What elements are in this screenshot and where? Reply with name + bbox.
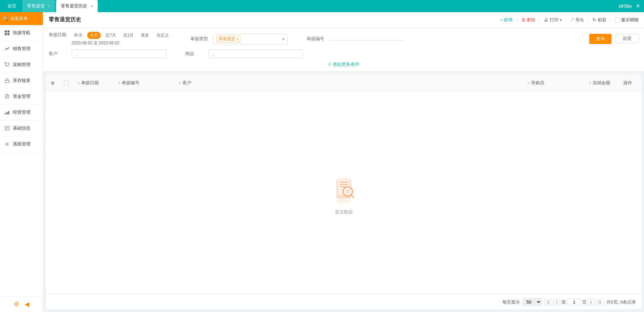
date-custom[interactable]: 自定义 (154, 32, 171, 39)
collapse-button[interactable]: ∧ 收起更多条件 (328, 61, 359, 67)
operations-icon (4, 109, 10, 115)
system-label: 系统管理 (13, 141, 30, 147)
empty-text: 暂无数据 (335, 209, 353, 215)
type-label: 单据类型 (190, 36, 211, 42)
settings-bottom-icon[interactable]: ⚙ (14, 300, 19, 308)
type-tag: 零售退货 × (216, 36, 241, 43)
basic-info-label: 基础信息 (13, 125, 30, 131)
date-1month[interactable]: 近1月 (121, 32, 137, 39)
setting-button[interactable]: 设置 (616, 34, 639, 43)
sidebar-item-basic-info[interactable]: 基础信息 (0, 120, 43, 136)
per-page-select[interactable]: 50 20 100 (523, 298, 542, 306)
type-tag-close[interactable]: × (236, 37, 238, 41)
quick-nav-icon (4, 30, 10, 36)
sidebar-item-finance[interactable]: 资金管理 (0, 89, 43, 105)
tab-retail-return-history-close[interactable]: × (91, 4, 93, 8)
date-range: 2023-06-02 至 2023-06-02 (72, 40, 171, 46)
date-7days[interactable]: 近7天 (103, 32, 119, 39)
page-title: 零售退货历史 (49, 16, 81, 23)
first-page-button[interactable]: ⟨⟨ (544, 299, 552, 306)
window-close-button[interactable]: × (635, 3, 641, 9)
settings-gear-icon[interactable]: ⚙ (51, 81, 55, 86)
th-amount[interactable]: ⇅ 实销金额 (574, 77, 614, 89)
date-yesterday[interactable]: 昨天 (72, 32, 85, 39)
sidebar-item-purchase-mgmt[interactable]: 采购管理 (0, 57, 43, 73)
sidebar-item-inventory[interactable]: 库存核算 (0, 73, 43, 89)
sidebar-item-system[interactable]: 系统管理 (0, 136, 43, 152)
th-guide-label: 导购员 (531, 80, 544, 86)
top-bar-right: OfTEn × (619, 3, 641, 9)
voucher-input[interactable] (330, 38, 404, 41)
tab-retail-return-close[interactable]: × (48, 4, 50, 8)
print-button[interactable]: 🖨 打印 ▾ (544, 17, 562, 23)
type-selector[interactable]: 零售退货 × ▾ (213, 34, 288, 44)
customer-input[interactable]: ... (72, 49, 166, 58)
query-button[interactable]: 查询 (589, 34, 612, 44)
sidebar-item-quick-nav[interactable]: 快捷导航 (0, 25, 43, 41)
svg-point-7 (8, 66, 8, 67)
print-dropdown-icon[interactable]: ▾ (560, 18, 562, 22)
th-guide[interactable]: ⇅ 导购员 (523, 77, 574, 89)
content-area: 零售退货历史 + 新增 🗑 删除 🖨 打印 ▾ ↗ 导出 (43, 12, 644, 312)
basic-info-icon (4, 125, 10, 131)
customer-label: 客户 (49, 51, 69, 57)
svg-rect-13 (8, 111, 9, 114)
sort-guide-icon: ⇅ (527, 81, 530, 85)
sidebar: 🔍 搜索菜单 快捷导航 销售管理 采购管理 库存核算 (0, 12, 43, 312)
sidebar-item-sales-mgmt[interactable]: 销售管理 (0, 41, 43, 57)
svg-rect-12 (7, 112, 8, 114)
per-page-label: 每页显示 (502, 299, 520, 305)
svg-rect-14 (5, 126, 9, 130)
voucher-label: 单据编号 (307, 36, 327, 42)
th-date-label: 单据日期 (81, 80, 99, 86)
svg-point-10 (7, 96, 8, 97)
system-icon (4, 141, 10, 147)
export-button[interactable]: ↗ 导出 (570, 17, 585, 23)
total-label: 共0页, 0条记录 (606, 299, 636, 305)
svg-point-6 (6, 66, 7, 67)
svg-point-17 (6, 143, 8, 145)
search-menu[interactable]: 🔍 搜索菜单 (0, 12, 43, 25)
delete-label: 🗑 删除 (521, 17, 536, 23)
next-page-button[interactable]: ⟩ (588, 299, 594, 306)
quick-nav-label: 快捷导航 (13, 30, 30, 36)
th-no[interactable]: ⇅ 单据编号 (114, 77, 174, 89)
th-customer[interactable]: ⇅ 客户 (174, 77, 523, 89)
last-page-button[interactable]: ⟩⟩ (596, 299, 604, 306)
new-button[interactable]: + 新增 (500, 17, 512, 23)
divider-4 (588, 17, 589, 23)
date-today[interactable]: 今天 (87, 32, 101, 39)
sales-mgmt-label: 销售管理 (13, 46, 30, 52)
tab-home[interactable]: 首页 (3, 0, 21, 12)
prev-page-button[interactable]: ⟨ (554, 299, 560, 306)
refresh-label: ↻ 刷新 (593, 17, 606, 23)
table-header: ⚙ ⇅ 单据日期 ⇅ 单据编号 ⇅ 客户 ⇅ (46, 74, 641, 92)
customer-filter-group: 客户 ... (49, 49, 166, 58)
svg-point-18 (336, 198, 351, 204)
page-header: 零售退货历史 + 新增 🗑 删除 🖨 打印 ▾ ↗ 导出 (43, 12, 644, 28)
show-detail-checkbox[interactable] (615, 18, 620, 22)
finance-icon (4, 93, 10, 99)
collapse-sidebar-icon[interactable]: ◀ (25, 300, 29, 308)
delete-button[interactable]: 🗑 删除 (521, 17, 536, 23)
tab-retail-return-history-label: 零售退货历史 (61, 3, 87, 9)
svg-line-26 (351, 195, 354, 198)
page-input[interactable] (567, 298, 581, 306)
refresh-button[interactable]: ↻ 刷新 (593, 17, 606, 23)
tab-home-label: 首页 (7, 3, 16, 9)
goods-label: 商品 (185, 51, 206, 57)
sidebar-item-operations[interactable]: 经营管理 (0, 105, 43, 120)
date-more[interactable]: 更多 (138, 32, 152, 39)
goods-input[interactable]: ... (208, 49, 303, 58)
show-detail[interactable]: 显示明细 (615, 17, 639, 23)
inventory-icon (4, 77, 10, 84)
th-settings[interactable]: ⚙ (46, 78, 59, 88)
goods-placeholder: ... (211, 51, 215, 56)
svg-rect-2 (5, 33, 7, 35)
select-all-checkbox[interactable] (64, 81, 69, 85)
tab-retail-return[interactable]: 零售退货 × (22, 0, 55, 12)
export-label: ↗ 导出 (570, 17, 585, 23)
tab-retail-return-history[interactable]: 零售退货历史 × (56, 0, 97, 12)
th-checkbox[interactable] (59, 78, 73, 88)
th-date[interactable]: ⇅ 单据日期 (73, 77, 114, 89)
